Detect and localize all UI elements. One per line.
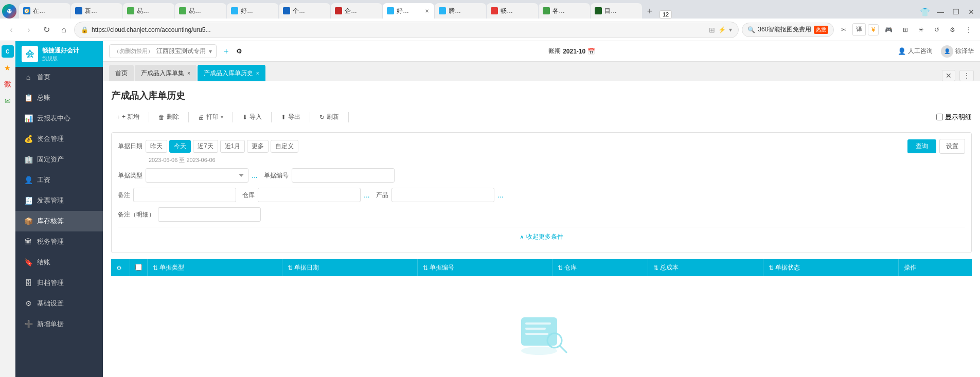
sidebar-item-ledger[interactable]: 📋 总账 xyxy=(15,87,103,108)
warehouse-input[interactable] xyxy=(258,188,361,202)
sidebar-item-finance[interactable]: 💰 资金管理 xyxy=(15,129,103,149)
window-shirt-icon[interactable]: 👕 xyxy=(918,5,932,19)
tab-item[interactable]: 腾… xyxy=(435,3,486,19)
back-button[interactable]: ‹ xyxy=(4,23,19,37)
company-settings-icon[interactable]: ⚙ xyxy=(233,45,246,58)
undo-tool[interactable]: ↺ xyxy=(930,24,943,35)
tab-item-active[interactable]: 好… ✕ xyxy=(383,3,434,19)
app-logo-icon[interactable]: C xyxy=(2,45,14,58)
collapse-icon: ∧ xyxy=(520,234,524,241)
sidebar-item-checkout[interactable]: 🔖 结账 xyxy=(15,252,103,273)
delete-button[interactable]: 🗑 删除 xyxy=(153,110,184,124)
tab-item[interactable]: 各… xyxy=(539,3,590,19)
breadcrumb-close-icon[interactable]: × xyxy=(187,70,190,76)
th-warehouse[interactable]: ⇅ 仓库 xyxy=(553,259,648,276)
th-gear[interactable]: ⚙ xyxy=(111,259,130,276)
query-button[interactable]: 查询 xyxy=(907,139,936,153)
new-tab-button[interactable]: + xyxy=(643,4,657,19)
archive-icon: 🗄 xyxy=(24,279,33,287)
th-bill-date[interactable]: ⇅ 单据日期 xyxy=(282,259,418,276)
icon-bar-item[interactable]: ✉ xyxy=(2,95,14,107)
tab-item[interactable]: 新… xyxy=(71,3,122,19)
calendar-icon[interactable]: 📅 xyxy=(587,48,595,55)
sun-tool[interactable]: ☀ xyxy=(914,24,928,35)
sidebar-item-tax[interactable]: 🏛 税务管理 xyxy=(15,231,103,252)
th-checkbox[interactable] xyxy=(130,259,147,276)
breadcrumb-home[interactable]: 首页 xyxy=(109,65,134,81)
tab-close-icon[interactable]: ✕ xyxy=(424,7,430,15)
address-bar[interactable]: 🔒 https://cloud.chanjet.com/accounting/u… xyxy=(74,22,739,38)
sidebar-item-cloud-report[interactable]: 📊 云报表中心 xyxy=(15,108,103,129)
refresh-button[interactable]: ↻ xyxy=(39,23,54,37)
bill-type-select[interactable] xyxy=(146,168,248,183)
user-avatar[interactable]: 👤 徐泽华 xyxy=(941,45,974,58)
export-button[interactable]: ⬆ 导出 xyxy=(276,110,306,124)
tab-item[interactable]: 畅… xyxy=(487,3,538,19)
icon-bar-item[interactable]: ★ xyxy=(2,62,14,74)
breadcrumb-bill-history[interactable]: 产成品入库单历史 × xyxy=(198,65,265,81)
scissors-tool[interactable]: ✂ xyxy=(837,24,850,35)
date-1month-btn[interactable]: 近1月 xyxy=(220,140,245,153)
sidebar-item-new-bill[interactable]: ➕ 新增单据 xyxy=(15,314,103,334)
browser-search-box[interactable]: 🔍 360智能抠图免费用 热搜 xyxy=(742,23,834,37)
select-all-checkbox[interactable] xyxy=(135,264,142,271)
sidebar-item-basic-settings[interactable]: ⚙ 基础设置 xyxy=(15,293,103,314)
th-bill-status[interactable]: ⇅ 单据状态 xyxy=(763,259,899,276)
product-input[interactable] xyxy=(391,188,494,202)
more-tool[interactable]: ⋮ xyxy=(961,24,976,35)
remark-input[interactable] xyxy=(133,188,236,202)
sidebar-item-invoice[interactable]: 🧾 发票管理 xyxy=(15,190,103,211)
date-yesterday-btn[interactable]: 昨天 xyxy=(146,140,167,153)
breadcrumb-close-active-icon[interactable]: × xyxy=(256,70,259,76)
tab-item[interactable]: 企… xyxy=(331,3,382,19)
tab-close-right-button[interactable]: ✕ xyxy=(942,70,955,81)
bill-no-input[interactable] xyxy=(292,168,395,183)
sidebar-logo-main: 畅捷通好会计 xyxy=(42,46,79,55)
translate-tool[interactable]: 译 xyxy=(852,23,866,36)
th-bill-type[interactable]: ⇅ 单据类型 xyxy=(147,259,282,276)
tab-item[interactable]: 🧭 在… xyxy=(19,3,70,19)
game-tool[interactable]: 🎮 xyxy=(881,24,897,35)
th-bill-no[interactable]: ⇅ 单据编号 xyxy=(417,259,553,276)
breadcrumb-bill-list[interactable]: 产成品入库单集 × xyxy=(135,65,197,81)
sidebar-item-home[interactable]: ⌂ 首页 xyxy=(15,67,103,87)
show-detail-checkbox[interactable] xyxy=(936,114,943,120)
new-button[interactable]: + + 新增 xyxy=(111,110,145,124)
tab-item[interactable]: 目… xyxy=(591,3,642,19)
window-close-button[interactable]: ✕ xyxy=(965,5,978,19)
collapse-button[interactable]: ∧ 收起更多条件 xyxy=(515,230,567,243)
company-add-button[interactable]: + xyxy=(224,47,228,56)
refresh-button[interactable]: ↻ 刷新 xyxy=(314,110,344,124)
remark-detail-input[interactable] xyxy=(158,207,261,222)
home-button[interactable]: ⌂ xyxy=(57,23,71,37)
th-total-cost[interactable]: ⇅ 总成本 xyxy=(648,259,763,276)
ai-consult-button[interactable]: 👤 人工咨询 xyxy=(898,47,933,56)
tab-item[interactable]: 个… xyxy=(279,3,330,19)
icon-bar-item[interactable]: 微 xyxy=(2,78,14,91)
tab-item[interactable]: 易… xyxy=(175,3,226,19)
tab-item[interactable]: 易… xyxy=(123,3,174,19)
date-today-btn[interactable]: 今天 xyxy=(169,140,191,153)
tab-more-button[interactable]: ⋮ xyxy=(959,70,974,81)
date-custom-btn[interactable]: 自定义 xyxy=(271,140,298,153)
sidebar-item-inventory[interactable]: 📦 库存核算 xyxy=(15,211,103,231)
date-7days-btn[interactable]: 近7天 xyxy=(193,140,218,153)
date-more-btn[interactable]: 更多 xyxy=(247,140,269,153)
print-button[interactable]: 🖨 打印 ▾ xyxy=(193,110,228,124)
warehouse-dots[interactable]: ... xyxy=(364,191,370,199)
import-button[interactable]: ⬇ 导入 xyxy=(237,110,267,124)
window-minimize-button[interactable]: — xyxy=(934,5,947,19)
window-restore-button[interactable]: ❐ xyxy=(949,5,963,19)
tab-item[interactable]: 好… xyxy=(227,3,278,19)
sidebar-item-archive[interactable]: 🗄 归档管理 xyxy=(15,273,103,293)
sidebar-item-fixed-assets[interactable]: 🏢 固定资产 xyxy=(15,149,103,170)
company-selector[interactable]: （勿删勿禁用） 江西服宝测试专用 ▾ xyxy=(109,44,217,58)
yuan-tool[interactable]: ¥ xyxy=(868,24,879,35)
forward-button[interactable]: › xyxy=(22,23,36,37)
dropdown-icon[interactable]: ▾ xyxy=(729,26,732,33)
settings-button[interactable]: 设置 xyxy=(939,139,965,154)
grid-tool[interactable]: ⊞ xyxy=(899,24,912,35)
product-dots[interactable]: ... xyxy=(497,191,504,199)
settings-tool[interactable]: ⚙ xyxy=(946,24,959,35)
sidebar-item-payroll[interactable]: 👤 工资 xyxy=(15,170,103,190)
